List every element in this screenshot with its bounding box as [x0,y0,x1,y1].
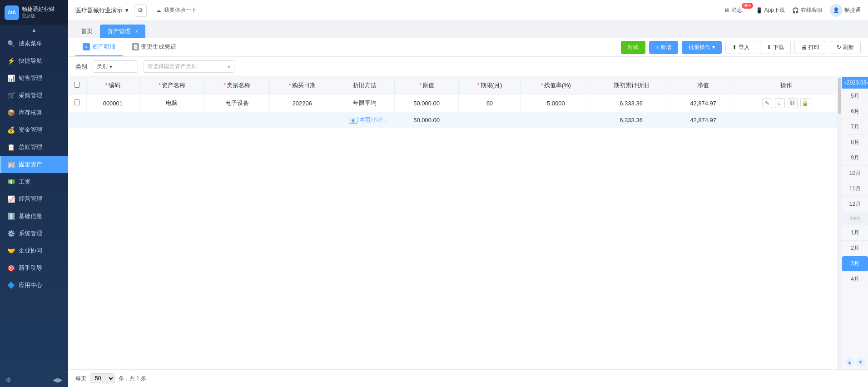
sidebar-item-采购管理[interactable]: 🛒 采购管理 [0,87,68,104]
row-checkbox-0[interactable] [74,99,80,105]
sidebar-item-资金管理[interactable]: 💰 资金管理 [0,121,68,139]
nav-label-11: 系统管理 [19,229,42,238]
download-icon: ⬇ [767,44,771,50]
nav-label-14: 应用中心 [19,281,42,289]
sidebar-item-企业协同[interactable]: 🤝 企业协同 [0,242,68,259]
batch-ops-button[interactable]: 批量操作 ▾ [682,41,722,54]
refresh-button[interactable]: ↻ 刷新 [830,41,861,54]
sidebar-item-固定资产[interactable]: 🏢 固定资产 [0,156,68,173]
calendar-down-btn[interactable]: ▼ [856,357,865,367]
print-button[interactable]: 🖨 打印 [794,41,826,54]
sub-tab-label-2: 变更生成凭证 [141,43,176,51]
sidebar-scroll-up[interactable]: ▲ [0,25,68,35]
experience-button[interactable]: ☁ 我要体验一下 [156,6,197,14]
import-button[interactable]: ⬆ 导入 [725,41,756,54]
td-net-value-0: 42,874.97 [671,94,735,112]
edit-btn-0[interactable]: ✎ [762,98,772,108]
download-label: 下载 [773,44,784,51]
cal-month-current-year[interactable]: 4月 [842,272,868,287]
sidebar-item-销售管理[interactable]: 📊 销售管理 [0,69,68,87]
per-page-label: 每页 [75,375,86,382]
td-initial-depreciation-0: 6,333.36 [591,94,671,112]
select-all-checkbox[interactable] [74,82,80,88]
page-size-select[interactable]: 50 10 20 100 [90,373,115,383]
cal-month-prev[interactable]: 7月 [842,119,868,135]
download-icon: 📱 [756,7,763,14]
calendar-up-btn[interactable]: ▲ [845,357,854,367]
chevron-down-icon: ▾ [712,44,715,50]
sidebar-item-经营管理[interactable]: 📈 经营管理 [0,190,68,208]
tab-home[interactable]: 首页 [75,25,98,38]
customer-service-label: 在线客服 [801,6,823,14]
main-area: 医疗器械行业演示 ▾ ⚙ ☁ 我要体验一下 🖥 消息 99+ 📱 App下载 🎧… [68,0,868,387]
tab-close-icon[interactable]: × [135,29,138,34]
settings-button[interactable]: ⚙ [134,4,147,17]
cal-month-prev[interactable]: 12月 [842,197,868,212]
download-button[interactable]: ⬇ 下载 [760,41,791,54]
service-icon: 🎧 [792,7,799,14]
settings-icon[interactable]: ⚙ [5,376,11,383]
cal-month-prev[interactable]: 9月 [842,150,868,166]
nav-icon-0: 🔍 [7,40,15,48]
calendar-scroll[interactable]: 5月6月7月8月9月10月11月12月20231月2月3月4月 [842,89,868,355]
subtotal-initial-depreciation: 6,333.36 [591,112,671,128]
cal-month-prev[interactable]: 6月 [842,104,868,119]
tab-asset-management[interactable]: 资产管理 × [100,25,145,38]
vertical-scrollbar[interactable] [837,77,842,369]
nav-label-8: 工资 [19,178,30,186]
th-net-value: 净值 [671,77,735,94]
lock-btn-0[interactable]: 🔒 [800,98,810,108]
new-button[interactable]: + 新增 [649,41,678,54]
copy-btn-0[interactable]: □ [775,98,785,108]
collapse-icon[interactable]: ◀▶ [53,376,63,383]
calendar-next-icon[interactable]: › [866,79,868,86]
td-actions-0: ✎ □ ⛓ 🔒 [735,94,837,112]
content-area: 首页 资产管理 × ≡ 资产明细 📄 变更生成凭证 对账 [68,21,868,387]
sidebar-item-基础信息[interactable]: ℹ️ 基础信息 [0,208,68,225]
customer-service-button[interactable]: 🎧 在线客服 [792,6,823,14]
app-download-button[interactable]: 📱 App下载 [756,6,785,14]
td-checkbox-0[interactable] [68,94,86,112]
chevron-down-icon: ▾ [228,64,230,70]
sidebar-item-新手引导[interactable]: 🎯 新手引导 [0,259,68,277]
app-version: 普及版 [22,13,55,19]
reconcile-button[interactable]: 对账 [621,41,645,54]
td-depreciation-0: 年限平均 [335,94,394,112]
cal-month-current-year[interactable]: 1月 [842,225,868,241]
print-label: 打印 [808,44,819,51]
user-button[interactable]: 👤 畅捷通 [830,4,861,17]
filter-category-type-select[interactable]: 类别 ▾ [93,60,138,73]
app-download-label: App下载 [764,6,785,14]
nav-icon-10: ℹ️ [7,212,15,220]
sidebar-item-系统管理[interactable]: ⚙️ 系统管理 [0,225,68,242]
sub-tab-asset-detail[interactable]: ≡ 资产明细 [75,38,123,56]
sidebar-item-搜索菜单[interactable]: 🔍 搜索菜单 [0,35,68,52]
sub-tab-change-voucher[interactable]: 📄 变更生成凭证 [124,38,184,56]
sidebar-nav: 🔍 搜索菜单 ⚡ 快捷导航 📊 销售管理 🛒 采购管理 📦 库存核算 💰 资金管… [0,35,68,372]
print-icon: 🖨 [801,44,807,50]
link-btn-0[interactable]: ⛓ [788,98,798,108]
th-original-value: *原值 [394,77,458,94]
nav-label-5: 资金管理 [19,126,42,134]
message-button[interactable]: 🖥 消息 99+ [724,6,749,14]
cal-month-prev[interactable]: 5月 [842,89,868,104]
nav-icon-9: 📈 [7,195,15,203]
app-name: 畅捷通好业财 [22,6,55,13]
sidebar-item-库存核算[interactable]: 📦 库存核算 [0,104,68,121]
sidebar-item-工资[interactable]: 💵 工资 [0,173,68,190]
filter-category-label: 类别 [75,63,87,71]
td-code-0: 000001 [86,94,139,112]
nav-icon-8: 💵 [7,178,15,186]
company-selector[interactable]: 医疗器械行业演示 ▾ [75,6,129,15]
cal-month-prev[interactable]: 8月 [842,135,868,150]
refresh-icon: ↻ [837,44,841,50]
cal-month-current-year[interactable]: 2月 [842,241,868,256]
sidebar-item-总账管理[interactable]: 📋 总账管理 [0,139,68,156]
cal-month-current-year[interactable]: 3月 [842,256,868,272]
sidebar-item-应用中心[interactable]: 🔷 应用中心 [0,277,68,294]
cal-month-prev[interactable]: 11月 [842,181,868,197]
filter-category-select[interactable]: 请选择固定资产类别 ▾ [144,60,234,73]
sidebar-item-快捷导航[interactable]: ⚡ 快捷导航 [0,52,68,69]
sidebar-bottom: ⚙ ◀▶ [0,372,68,387]
cal-month-prev[interactable]: 10月 [842,166,868,181]
